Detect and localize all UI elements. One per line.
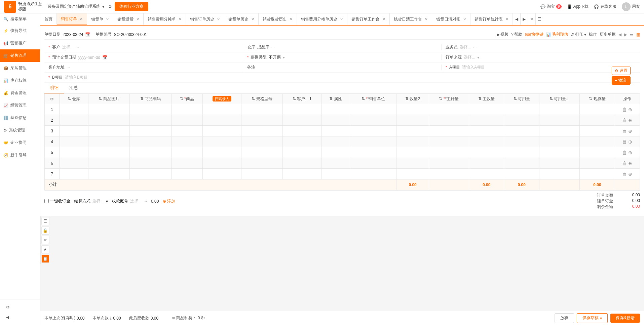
row-warehouse-3[interactable] bbox=[60, 126, 88, 136]
warehouse-more-icon[interactable]: ··· bbox=[271, 45, 275, 50]
right-icon-list[interactable]: ☰ bbox=[41, 217, 49, 225]
row-mainqty-2[interactable] bbox=[469, 115, 504, 126]
th-main-unit[interactable]: ⇅ **主计量 bbox=[429, 94, 469, 104]
th-code[interactable]: ⇅ 商品编码 bbox=[130, 94, 171, 104]
order-source-dropdown-icon[interactable]: ▾ bbox=[477, 55, 479, 60]
tab-close-icon[interactable]: ✕ bbox=[136, 17, 139, 22]
row-spec-1[interactable] bbox=[241, 104, 282, 115]
print-dropdown-icon[interactable]: ▾ bbox=[584, 32, 586, 37]
row-unit-4[interactable] bbox=[350, 136, 396, 147]
row-attr-4[interactable] bbox=[321, 136, 350, 147]
tab-close-icon[interactable]: ✕ bbox=[505, 17, 508, 22]
sidebar-item-purchase[interactable]: 📦 采购管理 bbox=[0, 62, 40, 74]
row-avail2-5[interactable] bbox=[539, 147, 579, 158]
tab-cash-workspace[interactable]: 钱货日清工作台 ✕ bbox=[390, 13, 432, 25]
save-draft-button[interactable]: 保存草稿 ▾ bbox=[577, 313, 608, 323]
th-available2[interactable]: ⇅ 可用量... bbox=[539, 94, 579, 104]
tab-summary[interactable]: 汇总 bbox=[64, 83, 83, 93]
row-mainqty-7[interactable] bbox=[469, 169, 504, 179]
tab-close-icon[interactable]: ✕ bbox=[463, 17, 466, 22]
row-code-1[interactable] bbox=[130, 104, 171, 115]
delete-icon[interactable]: 🗑 bbox=[622, 171, 627, 177]
row-spec-6[interactable] bbox=[241, 158, 282, 169]
row-unit-1[interactable] bbox=[350, 104, 396, 115]
tab-close-icon[interactable]: ✕ bbox=[217, 17, 220, 22]
sidebar-item-management[interactable]: 📈 经营管理 bbox=[0, 99, 40, 112]
row-avail2-7[interactable] bbox=[539, 169, 579, 179]
tab-sales-stats[interactable]: 销售订单统计表 ✕ bbox=[470, 13, 513, 25]
row-qty2-3[interactable] bbox=[396, 126, 429, 136]
row-qty2-2[interactable] bbox=[396, 115, 429, 126]
sidebar-item-system[interactable]: ⚙ 系统管理 bbox=[0, 124, 40, 136]
row-code-7[interactable] bbox=[130, 169, 171, 179]
row-custcode-6[interactable] bbox=[283, 158, 321, 169]
row-mainqty-6[interactable] bbox=[469, 158, 504, 169]
row-attr-6[interactable] bbox=[321, 158, 350, 169]
sidebar-item-guide[interactable]: 🧭 新手引导 bbox=[0, 149, 40, 161]
row-mainunit-3[interactable] bbox=[429, 126, 469, 136]
row-goods-5[interactable] bbox=[171, 147, 202, 158]
row-spec-3[interactable] bbox=[241, 126, 282, 136]
row-code-3[interactable] bbox=[130, 126, 171, 136]
tab-menu-btn[interactable]: ☰ bbox=[535, 13, 543, 25]
row-custcode-4[interactable] bbox=[283, 136, 321, 147]
row-custcode-1[interactable] bbox=[283, 104, 321, 115]
row-attr-5[interactable] bbox=[321, 147, 350, 158]
logistics-button[interactable]: + 物流 bbox=[612, 76, 631, 85]
row-unit-7[interactable] bbox=[350, 169, 396, 179]
customer-input[interactable]: 选择... bbox=[62, 44, 74, 50]
tab-cash-reconcile[interactable]: 钱货日清对账 ✕ bbox=[432, 13, 470, 25]
tab-close-icon[interactable]: ✕ bbox=[382, 17, 385, 22]
row-image-5[interactable] bbox=[88, 147, 129, 158]
row-unit-3[interactable] bbox=[350, 126, 396, 136]
row-stock-1[interactable] bbox=[580, 104, 615, 115]
row-spec-5[interactable] bbox=[241, 147, 282, 158]
row-scan-1[interactable] bbox=[202, 104, 241, 115]
sidebar-item-sales[interactable]: 🛒 销售管理 bbox=[0, 49, 40, 62]
tab-goods-history[interactable]: 销货单历史 ✕ bbox=[224, 13, 259, 25]
th-scan[interactable]: 扫码录入 bbox=[202, 94, 241, 104]
row-warehouse-4[interactable] bbox=[60, 136, 88, 147]
right-icon-edit[interactable]: ✏ bbox=[41, 236, 49, 244]
delete-icon[interactable]: 🗑 bbox=[622, 161, 627, 166]
sidebar-item-inventory[interactable]: 📊 库存核算 bbox=[0, 74, 40, 87]
row-avail-5[interactable] bbox=[504, 147, 539, 158]
row-qty2-5[interactable] bbox=[396, 147, 429, 158]
delete-icon[interactable]: 🗑 bbox=[622, 128, 627, 134]
th-image[interactable]: ⇅ 商品图片 bbox=[88, 94, 129, 104]
sidebar-search-item[interactable]: 🔍 搜索菜单 bbox=[0, 13, 40, 25]
row-goods-2[interactable] bbox=[171, 115, 202, 126]
sidebar-item-collab[interactable]: 🤝 企业协同 bbox=[0, 136, 40, 149]
tab-close-icon[interactable]: ✕ bbox=[340, 17, 343, 22]
right-icon-star[interactable]: ★ bbox=[41, 245, 49, 253]
th-stock[interactable]: ⇅ 现存量 bbox=[580, 94, 615, 104]
row-avail2-3[interactable] bbox=[539, 126, 579, 136]
row-scan-7[interactable] bbox=[202, 169, 241, 179]
row-mainunit-1[interactable] bbox=[429, 104, 469, 115]
row-avail2-4[interactable] bbox=[539, 136, 579, 147]
row-warehouse-5[interactable] bbox=[60, 147, 88, 158]
tab-sales-order[interactable]: 销售订单 ✕ bbox=[57, 13, 87, 25]
th-goods[interactable]: ⇅ *商品 bbox=[171, 94, 202, 104]
history-action[interactable]: 历史单据 bbox=[600, 32, 616, 37]
row-avail2-6[interactable] bbox=[539, 158, 579, 169]
delete-icon[interactable]: 🗑 bbox=[622, 139, 627, 145]
row-qty2-4[interactable] bbox=[396, 136, 429, 147]
payment-dropdown-icon[interactable]: ▾ bbox=[106, 199, 108, 204]
tab-close-icon[interactable]: ✕ bbox=[106, 17, 109, 22]
sidebar-item-basic-info[interactable]: ℹ️ 基础信息 bbox=[0, 112, 40, 124]
row-unit-6[interactable] bbox=[350, 158, 396, 169]
tab-order-workspace[interactable]: 销售订单工作台 ✕ bbox=[347, 13, 390, 25]
th-settings[interactable]: ⚙ bbox=[45, 94, 60, 104]
th-spec[interactable]: ⇅ 规格型号 bbox=[241, 94, 282, 104]
discard-button[interactable]: 放弃 bbox=[555, 313, 574, 323]
row-attr-3[interactable] bbox=[321, 126, 350, 136]
tab-close-icon[interactable]: ✕ bbox=[290, 17, 293, 22]
row-scan-2[interactable] bbox=[202, 115, 241, 126]
sidebar-item-quick-nav[interactable]: ⚡ 快捷导航 bbox=[0, 25, 40, 37]
copy-icon[interactable]: ⊕ bbox=[628, 171, 632, 177]
row-mainqty-5[interactable] bbox=[469, 147, 504, 158]
tab-close-icon[interactable]: ✕ bbox=[425, 17, 428, 22]
tab-next-btn[interactable]: ▶ bbox=[520, 13, 528, 25]
shortcut-action[interactable]: ⌨ 快捷键 bbox=[525, 32, 543, 37]
